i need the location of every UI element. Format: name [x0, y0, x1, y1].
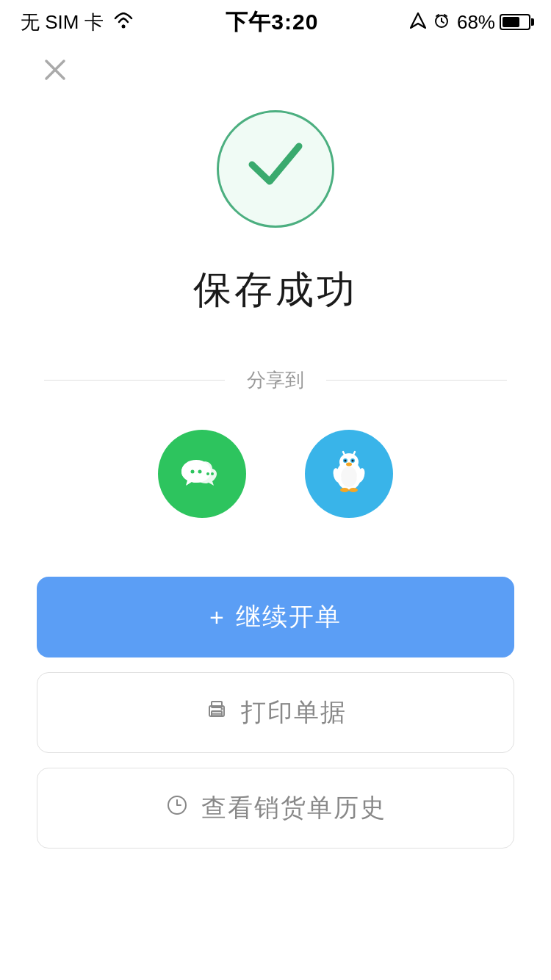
svg-point-12 [198, 470, 202, 474]
history-button[interactable]: 查看销货单历史 [37, 768, 514, 849]
battery-container: 68% [457, 11, 530, 34]
svg-marker-1 [411, 13, 425, 28]
share-label: 分享到 [225, 367, 326, 393]
svg-line-4 [442, 21, 444, 23]
battery-icon [500, 14, 530, 30]
battery-fill [503, 17, 519, 27]
svg-line-28 [353, 452, 355, 455]
svg-point-14 [211, 472, 214, 475]
success-circle [217, 110, 334, 228]
success-title: 保存成功 [193, 264, 358, 316]
status-right: 68% [410, 11, 530, 34]
print-label: 打印单据 [241, 696, 347, 729]
print-button[interactable]: 打印单据 [37, 672, 514, 753]
svg-point-23 [340, 488, 349, 492]
status-bar: 无 SIM 卡 下午3:20 [0, 0, 551, 44]
wechat-share-button[interactable] [158, 430, 246, 518]
main-content: 保存成功 分享到 [0, 44, 551, 849]
divider-left [44, 380, 225, 381]
battery-percent: 68% [457, 11, 495, 34]
close-button[interactable] [37, 51, 73, 88]
history-icon [165, 793, 190, 824]
continue-label: 继续开单 [236, 600, 342, 634]
svg-point-13 [206, 472, 209, 475]
wifi-icon [112, 11, 134, 34]
action-buttons: + 继续开单 打印单据 [0, 577, 551, 849]
share-divider: 分享到 [0, 367, 551, 393]
sim-text: 无 SIM 卡 [21, 10, 104, 35]
svg-point-24 [349, 488, 358, 492]
svg-point-21 [346, 463, 352, 466]
svg-point-0 [121, 24, 125, 28]
printer-icon [204, 697, 229, 728]
svg-point-34 [221, 708, 223, 710]
alarm-icon [433, 11, 450, 34]
continue-button[interactable]: + 继续开单 [37, 577, 514, 657]
checkmark-icon [246, 139, 305, 200]
svg-point-22 [341, 466, 357, 487]
qq-share-button[interactable] [305, 430, 393, 518]
svg-line-27 [343, 452, 345, 455]
divider-right [326, 380, 507, 381]
status-left: 无 SIM 卡 [21, 10, 134, 35]
history-label: 查看销货单历史 [201, 791, 386, 825]
share-icons [158, 430, 393, 518]
location-icon [410, 11, 426, 34]
plus-icon: + [209, 603, 224, 632]
svg-point-11 [191, 470, 195, 474]
status-time: 下午3:20 [226, 7, 318, 37]
svg-point-20 [352, 460, 354, 462]
svg-point-19 [345, 460, 347, 462]
